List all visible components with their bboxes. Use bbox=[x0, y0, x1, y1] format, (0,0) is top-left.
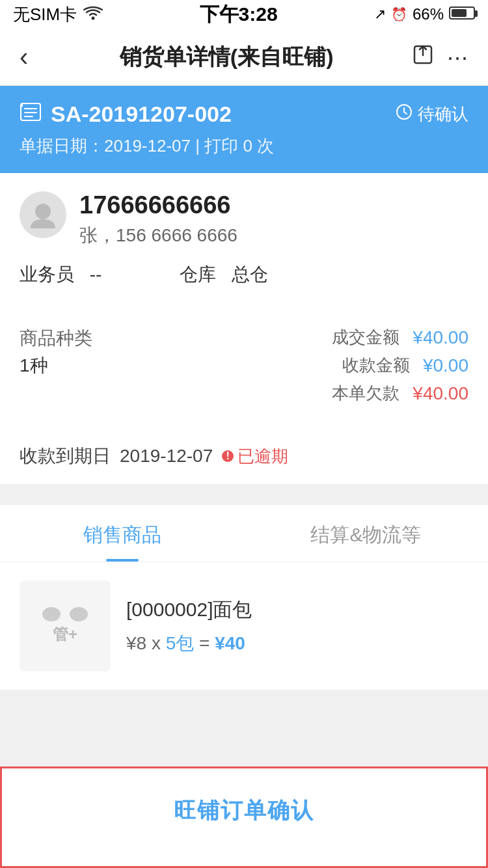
status-left: 无SIM卡 bbox=[13, 3, 103, 26]
due-date-label: 收款到期日 bbox=[20, 444, 111, 468]
salesperson-field: 业务员 -- bbox=[20, 262, 102, 287]
eye-right bbox=[70, 607, 88, 621]
status-bar: 无SIM卡 下午3:28 ↗ ⏰ 66% bbox=[0, 0, 488, 29]
battery-percent: 66% bbox=[413, 5, 444, 23]
product-logo: 管+ bbox=[42, 607, 88, 645]
section-divider bbox=[0, 495, 488, 505]
due-date-value: 2019-12-07 bbox=[120, 446, 213, 467]
battery-icon bbox=[449, 5, 475, 23]
location-icon: ↗ bbox=[374, 6, 386, 23]
deal-amount-label: 成交金额 bbox=[332, 326, 400, 349]
product-type-label: 商品种类 bbox=[20, 326, 92, 351]
overdue-icon: ! bbox=[222, 450, 234, 462]
due-date-section: 收款到期日 2019-12-07 ! 已逾期 bbox=[0, 428, 488, 484]
summary-section: 商品种类 1种 成交金额 ¥40.00 收款金额 ¥0.00 本单欠款 ¥40.… bbox=[0, 305, 488, 428]
salesperson-value: -- bbox=[90, 264, 102, 284]
product-price: ¥8 x 5包 = ¥40 bbox=[126, 631, 468, 656]
collected-value: ¥0.00 bbox=[423, 355, 468, 376]
customer-section: 17666666666 张，156 6666 6666 业务员 -- 仓库 总仓 bbox=[0, 173, 488, 305]
brand-text: 管+ bbox=[53, 624, 77, 645]
tab-sales[interactable]: 销售商品 bbox=[0, 505, 244, 562]
order-header: SA-20191207-002 待确认 单据日期：2019-12-07 | 打印… bbox=[0, 86, 488, 173]
debt-label: 本单欠款 bbox=[332, 382, 400, 405]
collected-row: 收款金额 ¥0.00 bbox=[332, 354, 468, 377]
clock-icon bbox=[396, 103, 413, 125]
warehouse-field: 仓库 总仓 bbox=[180, 262, 268, 287]
svg-point-4 bbox=[35, 204, 51, 219]
product-type-value: 1种 bbox=[20, 353, 92, 378]
product-total: ¥40 bbox=[215, 633, 245, 653]
customer-meta: 业务员 -- 仓库 总仓 bbox=[20, 262, 468, 287]
product-qty: 5包 bbox=[166, 633, 195, 653]
debt-row: 本单欠款 ¥40.00 bbox=[332, 382, 468, 405]
warehouse-label: 仓库 bbox=[180, 264, 216, 284]
product-name: [0000002]面包 bbox=[126, 597, 468, 623]
eye-left bbox=[42, 607, 61, 621]
product-info: [0000002]面包 ¥8 x 5包 = ¥40 bbox=[126, 597, 468, 656]
debt-value: ¥40.00 bbox=[413, 383, 468, 404]
owl-eyes bbox=[42, 607, 88, 621]
customer-info: 17666666666 张，156 6666 6666 bbox=[79, 191, 468, 252]
svg-point-0 bbox=[92, 16, 95, 20]
tab-settlement[interactable]: 结算&物流等 bbox=[244, 505, 488, 562]
avatar bbox=[20, 191, 66, 238]
overdue-badge: ! 已逾期 bbox=[222, 445, 288, 468]
overdue-text: 已逾期 bbox=[237, 445, 288, 468]
order-icon bbox=[20, 102, 42, 126]
warehouse-value: 总仓 bbox=[232, 264, 268, 284]
product-item: 管+ [0000002]面包 ¥8 x 5包 = ¥40 bbox=[0, 562, 488, 690]
confirm-order-button[interactable]: 旺铺订单确认 bbox=[21, 781, 467, 840]
nav-actions: ··· bbox=[412, 44, 468, 71]
summary-left: 商品种类 1种 bbox=[20, 326, 92, 378]
status-time: 下午3:28 bbox=[200, 1, 278, 28]
confirm-button-container: 旺铺订单确认 bbox=[0, 766, 488, 868]
deal-amount-value: ¥40.00 bbox=[413, 327, 468, 348]
tabs: 销售商品 结算&物流等 bbox=[0, 505, 488, 562]
alarm-icon: ⏰ bbox=[391, 7, 407, 22]
order-status: 待确认 bbox=[396, 103, 468, 126]
deal-amount-row: 成交金额 ¥40.00 bbox=[332, 326, 468, 349]
wifi-icon bbox=[83, 5, 103, 25]
unit-price: ¥8 bbox=[126, 633, 146, 653]
collected-label: 收款金额 bbox=[342, 354, 410, 377]
customer-name: 张，156 6666 6666 bbox=[79, 223, 468, 248]
tabs-section: 销售商品 结算&物流等 bbox=[0, 505, 488, 562]
carrier-text: 无SIM卡 bbox=[13, 3, 77, 26]
status-right: ↗ ⏰ 66% bbox=[374, 5, 475, 23]
order-id: SA-20191207-002 bbox=[20, 102, 232, 127]
more-button[interactable]: ··· bbox=[447, 44, 468, 71]
customer-phone: 17666666666 bbox=[79, 191, 468, 219]
nav-bar: ‹ 销货单详情(来自旺铺) ··· bbox=[0, 29, 488, 86]
order-date: 单据日期：2019-12-07 | 打印 0 次 bbox=[20, 135, 468, 157]
share-button[interactable] bbox=[412, 44, 434, 71]
product-thumbnail: 管+ bbox=[20, 580, 111, 671]
page-title: 销货单详情(来自旺铺) bbox=[41, 42, 412, 72]
back-button[interactable]: ‹ bbox=[20, 42, 28, 72]
salesperson-label: 业务员 bbox=[20, 264, 74, 284]
summary-right: 成交金额 ¥40.00 收款金额 ¥0.00 本单欠款 ¥40.00 bbox=[332, 326, 468, 410]
equals-sign: = bbox=[199, 633, 210, 653]
multiply-sign: x bbox=[152, 633, 161, 653]
